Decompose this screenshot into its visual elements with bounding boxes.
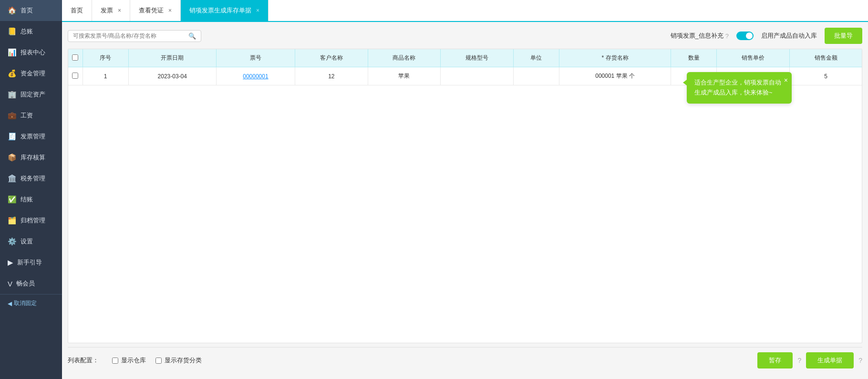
sidebar-item-label: 库存核算 bbox=[21, 153, 45, 162]
fund-icon: 💰 bbox=[8, 69, 17, 78]
header-spec: 规格型号 bbox=[441, 49, 514, 67]
show-category-group[interactable]: 显示存货分类 bbox=[155, 356, 202, 365]
help-icon[interactable]: ? bbox=[725, 32, 729, 40]
header-inventory-name: * 存货名称 bbox=[559, 49, 671, 67]
row-open-date: 2023-03-04 bbox=[128, 67, 216, 85]
row-checkbox[interactable] bbox=[72, 73, 78, 79]
tooltip-close-button[interactable]: × bbox=[784, 75, 788, 85]
show-warehouse-label: 显示仓库 bbox=[121, 356, 146, 365]
tab-home[interactable]: 首页 bbox=[62, 0, 92, 21]
save-help-icon[interactable]: ? bbox=[797, 357, 801, 364]
sidebar-item-settlement[interactable]: ✅ 结账 bbox=[0, 189, 62, 210]
generate-button[interactable]: 生成单据 bbox=[806, 352, 854, 368]
show-warehouse-group[interactable]: 显示仓库 bbox=[112, 356, 146, 365]
header-checkbox-cell bbox=[68, 49, 83, 67]
tab-view-voucher[interactable]: 查看凭证 × bbox=[130, 0, 181, 21]
tax-icon: 🏛️ bbox=[8, 174, 17, 183]
header-customer: 客户名称 bbox=[295, 49, 368, 67]
invoice-icon: 🧾 bbox=[8, 132, 17, 141]
header-qty: 数量 bbox=[671, 49, 717, 67]
sidebar-item-payroll[interactable]: 💼 工资 bbox=[0, 105, 62, 126]
sidebar-item-archive[interactable]: 🗂️ 归档管理 bbox=[0, 210, 62, 231]
assets-icon: 🏢 bbox=[8, 90, 17, 99]
home-icon: 🏠 bbox=[8, 6, 17, 15]
undo-fixed-button[interactable]: ◀ 取消固定 bbox=[0, 294, 62, 312]
show-category-label: 显示存货分类 bbox=[165, 356, 202, 365]
batch-import-button[interactable]: 批量导 bbox=[825, 28, 862, 44]
payroll-icon: 💼 bbox=[8, 111, 17, 120]
table-header-row: 序号 开票日期 票号 客户名称 商品名称 规格型号 单位 * 存货名称 数量 销… bbox=[68, 49, 862, 67]
archive-icon: 🗂️ bbox=[8, 216, 17, 225]
bottom-actions: 暂存 ? 生成单据 ? bbox=[757, 352, 862, 368]
page-title-label: 销项发票_信息补充 ? bbox=[671, 32, 729, 40]
row-amount: 5 bbox=[790, 67, 862, 85]
header-unit: 单位 bbox=[513, 49, 559, 67]
toggle-label: 启用产成品自动入库 bbox=[761, 32, 817, 40]
tab-invoice-close[interactable]: × bbox=[118, 7, 121, 14]
inventory-icon: 📦 bbox=[8, 153, 17, 162]
row-customer: 12 bbox=[295, 67, 368, 85]
header-ticket-no: 票号 bbox=[216, 49, 295, 67]
sidebar-item-label: 畅会员 bbox=[16, 279, 35, 288]
show-category-checkbox[interactable] bbox=[155, 358, 162, 364]
sidebar-item-tax[interactable]: 🏛️ 税务管理 bbox=[0, 168, 62, 189]
sidebar-item-label: 首页 bbox=[21, 6, 33, 15]
tab-sale-invoice-close[interactable]: × bbox=[256, 7, 259, 14]
sidebar-item-label: 归档管理 bbox=[21, 216, 45, 225]
row-product-name: 苹果 bbox=[368, 67, 441, 85]
select-all-checkbox[interactable] bbox=[72, 54, 78, 61]
toolbar-right: 销项发票_信息补充 ? 启用产成品自动入库 批量导 bbox=[671, 28, 862, 44]
sidebar-item-fixed-assets[interactable]: 🏢 固定资产 bbox=[0, 84, 62, 105]
sidebar-item-label: 设置 bbox=[21, 237, 33, 246]
page-title-text: 销项发票_信息补充 bbox=[671, 32, 723, 40]
search-box[interactable]: 🔍 bbox=[68, 30, 201, 42]
sidebar-item-reports[interactable]: 📊 报表中心 bbox=[0, 42, 62, 63]
settlement-icon: ✅ bbox=[8, 195, 17, 204]
sidebar-item-inventory[interactable]: 📦 库存核算 bbox=[0, 147, 62, 168]
main-content: 首页 发票 × 查看凭证 × 销项发票生成库存单据 × 🔍 销项发票_信息补充 … bbox=[62, 0, 868, 379]
undo-label: 取消固定 bbox=[14, 299, 37, 307]
ledger-icon: 📒 bbox=[8, 27, 17, 36]
header-open-date: 开票日期 bbox=[128, 49, 216, 67]
sidebar-item-label: 结账 bbox=[21, 195, 33, 204]
sidebar-item-general-ledger[interactable]: 📒 总账 bbox=[0, 21, 62, 42]
sidebar-item-invoice-mgmt[interactable]: 🧾 发票管理 bbox=[0, 126, 62, 147]
header-unit-price: 销售单价 bbox=[717, 49, 790, 67]
header-seq: 序号 bbox=[83, 49, 128, 67]
save-button[interactable]: 暂存 bbox=[757, 352, 793, 368]
header-amount: 销售金额 bbox=[790, 49, 862, 67]
row-checkbox-cell bbox=[68, 67, 83, 85]
row-spec bbox=[441, 67, 514, 85]
page-content: 🔍 销项发票_信息补充 ? 启用产成品自动入库 批量导 bbox=[62, 22, 868, 379]
tooltip-bubble: × 适合生产型企业，销项发票自动生成产成品入库，快来体验~ bbox=[687, 72, 792, 104]
tab-invoice[interactable]: 发票 × bbox=[92, 0, 130, 21]
sidebar-item-label: 工资 bbox=[21, 111, 33, 120]
row-ticket-no[interactable]: 00000001 bbox=[216, 67, 295, 85]
show-warehouse-checkbox[interactable] bbox=[112, 358, 118, 364]
row-unit bbox=[513, 67, 559, 85]
sidebar-item-label: 资金管理 bbox=[21, 69, 45, 78]
search-input[interactable] bbox=[73, 32, 186, 39]
row-seq: 1 bbox=[83, 67, 128, 85]
tab-home-label: 首页 bbox=[71, 6, 83, 15]
sidebar-item-fund[interactable]: 💰 资金管理 bbox=[0, 63, 62, 84]
bottom-bar: 列表配置： 显示仓库 显示存货分类 暂存 ? 生成单据 ? bbox=[68, 347, 862, 373]
auto-inbound-toggle[interactable] bbox=[736, 32, 754, 40]
search-icon[interactable]: 🔍 bbox=[188, 32, 196, 40]
sidebar-item-label: 固定资产 bbox=[21, 90, 45, 99]
sidebar-item-home[interactable]: 🏠 首页 bbox=[0, 0, 62, 21]
tab-invoice-label: 发票 bbox=[101, 6, 113, 15]
tab-sale-invoice[interactable]: 销项发票生成库存单据 × bbox=[181, 0, 269, 21]
row-inventory-name: 000001 苹果 个 bbox=[559, 67, 671, 85]
toolbar: 🔍 销项发票_信息补充 ? 启用产成品自动入库 批量导 bbox=[68, 28, 862, 44]
sidebar-item-guide[interactable]: ▶ 新手引导 bbox=[0, 252, 62, 273]
header-product-name: 商品名称 bbox=[368, 49, 441, 67]
sidebar-item-vip[interactable]: V 畅会员 bbox=[0, 273, 62, 294]
sidebar-item-label: 新手引导 bbox=[17, 258, 42, 267]
sidebar-item-label: 报表中心 bbox=[21, 48, 45, 57]
sidebar-item-label: 总账 bbox=[21, 27, 33, 36]
undo-icon: ◀ bbox=[8, 300, 12, 307]
generate-help-icon[interactable]: ? bbox=[858, 357, 862, 364]
sidebar-item-settings[interactable]: ⚙️ 设置 bbox=[0, 231, 62, 252]
tab-view-voucher-close[interactable]: × bbox=[168, 7, 172, 14]
